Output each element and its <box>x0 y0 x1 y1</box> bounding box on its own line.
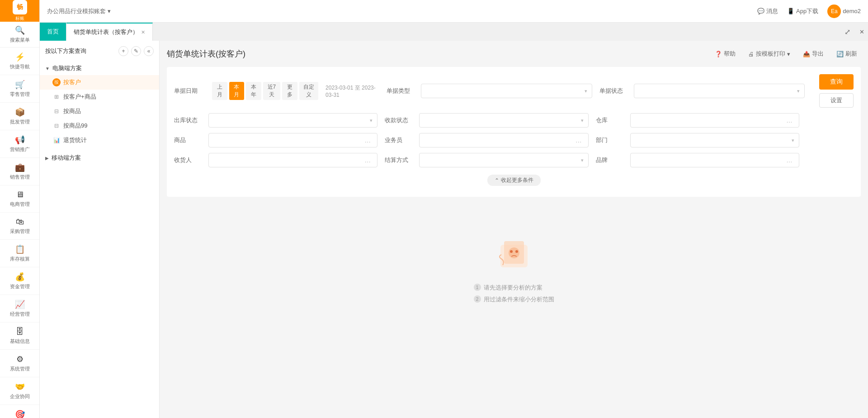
sidebar: 畅 标账 🔍 搜索菜单 ⚡ 快捷导航 🛒 零售管理 📦 批发管理 📢 营销推广 … <box>0 0 40 418</box>
payment-status-control[interactable]: ▾ <box>419 113 588 128</box>
settlement-control[interactable]: ▾ <box>419 153 588 167</box>
warehouse-dots-btn[interactable]: … <box>784 117 794 124</box>
export-icon: 📤 <box>803 51 810 57</box>
finance-icon: 💰 <box>15 272 25 282</box>
mobile-scheme-title[interactable]: ▶ 移动端方案 <box>40 151 159 165</box>
app-download-btn[interactable]: 📱 App下载 <box>787 7 818 15</box>
goods-control[interactable]: … <box>208 133 377 147</box>
out-status-control[interactable]: ▾ <box>208 113 377 128</box>
department-label: 部门 <box>596 136 623 144</box>
scheme-item-by-goods-99[interactable]: ⊟ 按商品99 <box>40 119 159 133</box>
message-label: 消息 <box>766 7 778 15</box>
edit-scheme-btn[interactable]: ✎ <box>131 46 141 56</box>
date-btn-more[interactable]: 更多 <box>282 82 297 100</box>
sidebar-item-finance[interactable]: 💰 资金管理 <box>0 267 39 295</box>
warehouse-control[interactable]: … <box>630 113 799 128</box>
payment-status-filter-group: 收款状态 ▾ <box>385 113 588 128</box>
warehouse-label: 仓库 <box>596 116 623 124</box>
scheme-active-dot: 按 <box>52 78 61 86</box>
scheme-item-return-stat[interactable]: 📊 退货统计 <box>40 133 159 147</box>
brand-filter-group: 品牌 … <box>596 153 799 167</box>
brand-control[interactable]: … <box>630 153 799 167</box>
mobile-scheme-label: 移动端方案 <box>52 154 81 162</box>
salesman-dots-btn[interactable]: … <box>574 137 584 144</box>
svg-point-4 <box>515 250 518 253</box>
help-btn[interactable]: ❓ 帮助 <box>711 48 739 60</box>
tab-sales-stat[interactable]: 销货单统计表（按客户） ✕ <box>66 23 153 41</box>
collapse-icon: ⌃ <box>495 177 499 184</box>
date-btn-this-month[interactable]: 本月 <box>229 82 245 100</box>
sidebar-item-retail[interactable]: 🛒 零售管理 <box>0 75 39 103</box>
sidebar-item-marketing[interactable]: 📢 营销推广 <box>0 130 39 158</box>
scheme-item-by-customer[interactable]: 按 按客户 <box>40 75 159 90</box>
desktop-scheme-title[interactable]: ▼ 电脑端方案 <box>40 62 159 75</box>
sidebar-item-sales[interactable]: 💼 销售管理 <box>0 158 39 185</box>
payment-status-label: 收款状态 <box>385 116 412 124</box>
help-icon: ❓ <box>715 51 722 57</box>
page-actions: ❓ 帮助 🖨 按模板打印 ▾ 📤 导出 🔄 刷新 <box>711 48 861 60</box>
maximize-btn[interactable]: ⤢ <box>839 28 856 36</box>
scheme-list2-icon: ⊟ <box>52 122 61 130</box>
brand-dots-btn[interactable]: … <box>784 157 794 164</box>
tab-bar: 首页 销货单统计表（按客户） ✕ ⤢ ✕ <box>40 23 868 41</box>
scheme-item-by-goods[interactable]: ⊟ 按商品 <box>40 104 159 119</box>
sidebar-item-system[interactable]: ⚙ 系统管理 <box>0 350 39 377</box>
collapse-more-btn[interactable]: ⌃ 收起更多条件 <box>487 175 541 186</box>
message-btn[interactable]: 💬 消息 <box>757 7 778 15</box>
sidebar-item-search[interactable]: 🔍 搜索菜单 <box>0 22 39 48</box>
receiver-dots-btn[interactable]: … <box>363 157 373 164</box>
svg-point-3 <box>510 250 513 253</box>
logo-icon: 畅 <box>13 0 27 14</box>
sidebar-item-ecommerce[interactable]: 🖥 电商管理 <box>0 185 39 213</box>
sidebar-item-operation[interactable]: 📈 经营管理 <box>0 295 39 323</box>
sidebar-item-wholesale[interactable]: 📦 批发管理 <box>0 103 39 130</box>
department-control[interactable]: ▾ <box>630 133 799 147</box>
sidebar-sales-label: 销售管理 <box>10 174 30 180</box>
date-btn-last-month[interactable]: 上月 <box>212 82 227 100</box>
goods-dots-btn[interactable]: … <box>363 137 373 144</box>
user-profile-btn[interactable]: Ea demo2 <box>827 5 861 18</box>
filter-area: 单据日期 上月 本月 本年 近7天 更多 自定义 2023-03-01 至 20… <box>167 67 861 197</box>
query-btn[interactable]: 查询 <box>819 74 854 90</box>
date-btn-custom[interactable]: 自定义 <box>299 82 318 100</box>
receiver-control[interactable]: … <box>208 153 377 167</box>
cooperation-icon: 🤝 <box>15 382 25 392</box>
settings-btn[interactable]: 设置 <box>819 93 854 108</box>
scheme-chart-icon: 📊 <box>52 136 61 144</box>
date-btn-this-year[interactable]: 本年 <box>246 82 261 100</box>
doc-status-control[interactable]: ▾ <box>634 84 805 98</box>
sidebar-item-inventory[interactable]: 📋 库存核算 <box>0 240 39 267</box>
scheme-return-stat-label: 退货统计 <box>63 136 87 144</box>
settlement-arrow: ▾ <box>581 157 584 163</box>
sidebar-item-newguide[interactable]: 🎯 新手引导 <box>0 405 39 418</box>
goods-label: 商品 <box>174 136 201 144</box>
sidebar-item-cooperation[interactable]: 🤝 企业协同 <box>0 377 39 405</box>
salesman-control[interactable]: … <box>419 133 588 147</box>
sidebar-marketing-label: 营销推广 <box>10 146 30 153</box>
sidebar-item-purchase[interactable]: 🛍 采购管理 <box>0 213 39 240</box>
scheme-item-by-customer-goods[interactable]: ⊞ 按客户+商品 <box>40 90 159 104</box>
collapse-panel-btn[interactable]: « <box>144 46 154 56</box>
tab-home[interactable]: 首页 <box>40 23 66 41</box>
newguide-icon: 🎯 <box>15 409 25 418</box>
salesman-label: 业务员 <box>385 136 412 144</box>
doc-type-control[interactable]: ▾ <box>421 84 592 98</box>
industry-selector[interactable]: 办公用品行业模拟账套 ▾ <box>47 7 111 15</box>
logo-subtitle: 标账 <box>15 15 24 22</box>
tab-close-icon[interactable]: ✕ <box>141 29 145 35</box>
tip-num-2: 2 <box>474 295 481 303</box>
tab-home-label: 首页 <box>47 28 59 36</box>
close-window-btn[interactable]: ✕ <box>856 28 868 35</box>
export-btn[interactable]: 📤 导出 <box>799 48 827 60</box>
page-content: 按以下方案查询 + ✎ « ▼ 电脑端方案 按 按客户 ⊞ <box>40 41 868 418</box>
top-bar: 办公用品行业模拟账套 ▾ 💬 消息 📱 App下载 Ea demo2 <box>40 0 868 23</box>
template-print-btn[interactable]: 🖨 按模板打印 ▾ <box>745 48 794 60</box>
refresh-btn[interactable]: 🔄 刷新 <box>833 48 861 60</box>
date-btn-7days[interactable]: 近7天 <box>263 82 280 100</box>
sidebar-item-quicknav[interactable]: ⚡ 快捷导航 <box>0 48 39 75</box>
expand-icon2: ▶ <box>45 156 49 161</box>
sidebar-item-baseinfo[interactable]: 🗄 基础信息 <box>0 323 39 350</box>
quicknav-icon: ⚡ <box>15 52 25 62</box>
tab-sales-stat-label: 销货单统计表（按客户） <box>74 28 138 36</box>
add-scheme-btn[interactable]: + <box>118 46 128 56</box>
